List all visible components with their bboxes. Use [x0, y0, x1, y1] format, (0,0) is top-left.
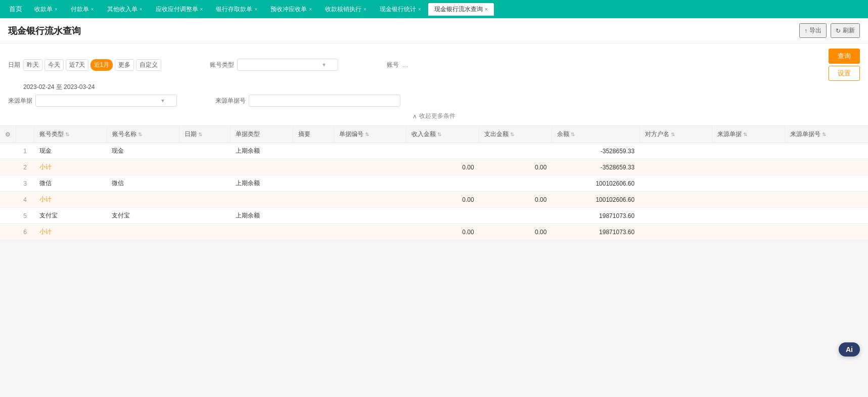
- page-header: 现金银行流水查询 ↑ 导出 ↻ 刷新: [0, 18, 868, 43]
- account-type-select[interactable]: ▾: [237, 59, 338, 71]
- row-counterparty: [639, 208, 712, 224]
- refresh-button[interactable]: ↻ 刷新: [831, 23, 860, 38]
- account-dots[interactable]: ...: [402, 61, 408, 69]
- nav-tab-收款单[interactable]: 收款单×: [28, 3, 64, 16]
- table-row: 1 现金 现金 上期余额 -3528659.33: [0, 143, 868, 159]
- tab-close-icon[interactable]: ×: [309, 7, 312, 12]
- col-balance: 余额⇅: [552, 126, 639, 143]
- row-account-name: 现金: [107, 143, 179, 159]
- row-gear[interactable]: [0, 192, 16, 208]
- date-shortcut-近1月[interactable]: 近1月: [90, 59, 113, 71]
- nav-tab-银行存取款单[interactable]: 银行存取款单×: [210, 3, 263, 16]
- nav-tab-收款核销执行[interactable]: 收款核销执行×: [319, 3, 373, 16]
- row-account-type: 小计: [34, 224, 107, 240]
- nav-tab-预收冲应收单[interactable]: 预收冲应收单×: [264, 3, 318, 16]
- chevron-down-icon-2: ▾: [161, 97, 164, 104]
- source-doc-select[interactable]: ▾: [35, 95, 177, 107]
- chevron-down-icon: ▾: [323, 61, 326, 68]
- account-type-cell: 微信: [39, 180, 52, 187]
- row-gear[interactable]: [0, 175, 16, 192]
- row-source-doc-no: [785, 224, 868, 240]
- date-shortcut-自定义[interactable]: 自定义: [136, 59, 161, 71]
- table-row: 2 小计 0.00 0.00 -3528659.33: [0, 159, 868, 175]
- row-counterparty: [639, 159, 712, 175]
- nav-home[interactable]: 首页: [4, 3, 27, 16]
- row-income: [406, 143, 479, 159]
- collapse-bar: ∧ 收起更多条件: [8, 112, 860, 120]
- row-income: [406, 175, 479, 192]
- date-range-display: 2023-02-24 至 2023-03-24: [8, 83, 860, 92]
- tab-close-icon[interactable]: ×: [485, 7, 488, 12]
- nav-tab-label: 现金银行统计: [380, 5, 416, 14]
- table-settings-col[interactable]: ⚙: [0, 126, 16, 143]
- row-expense: 0.00: [479, 159, 552, 175]
- row-expense: [479, 208, 552, 224]
- filter-row-1: 日期 昨天今天近7天近1月更多自定义 账号类型 ▾ 账号 ... 查询 设置: [8, 49, 860, 81]
- row-source-doc-no: [785, 192, 868, 208]
- nav-tabs: 收款单×付款单×其他收入单×应收应付调整单×银行存取款单×预收冲应收单×收款核销…: [28, 3, 494, 16]
- chevron-up-icon: ∧: [413, 113, 417, 120]
- row-gear[interactable]: [0, 224, 16, 240]
- date-shortcut-更多[interactable]: 更多: [115, 59, 134, 71]
- row-source-doc-no: [785, 159, 868, 175]
- col-source-doc-no: 来源单据号⇅: [785, 126, 868, 143]
- row-summary: [293, 175, 334, 192]
- row-account-type: 支付宝: [34, 208, 107, 224]
- query-button[interactable]: 查询: [829, 49, 860, 64]
- row-account-type: 微信: [34, 175, 107, 192]
- nav-tab-现金银行统计[interactable]: 现金银行统计×: [374, 3, 427, 16]
- row-doc-no: [334, 208, 406, 224]
- col-account-name: 账号名称⇅: [107, 126, 179, 143]
- row-date: [179, 159, 231, 175]
- date-shortcut-昨天[interactable]: 昨天: [23, 59, 42, 71]
- export-button[interactable]: ↑ 导出: [799, 23, 827, 38]
- row-account-type: 小计: [34, 192, 107, 208]
- row-source-doc: [712, 159, 785, 175]
- col-doc-no: 单据编号⇅: [334, 126, 406, 143]
- row-source-doc-no: [785, 175, 868, 192]
- row-date: [179, 192, 231, 208]
- source-doc-filter: 来源单据 ▾: [8, 95, 177, 107]
- nav-tab-其他收入单[interactable]: 其他收入单×: [101, 3, 149, 16]
- header-actions: ↑ 导出 ↻ 刷新: [799, 23, 860, 38]
- row-account-name: 支付宝: [107, 208, 179, 224]
- row-source-doc-no: [785, 208, 868, 224]
- row-account-type: 现金: [34, 143, 107, 159]
- row-gear[interactable]: [0, 159, 16, 175]
- row-gear[interactable]: [0, 143, 16, 159]
- table-container: ⚙ 账号类型⇅ 账号名称⇅ 日期⇅ 单据类型 摘要 单据编号⇅ 收入金额⇅ 支出…: [0, 126, 868, 240]
- nav-tab-label: 应收应付调整单: [156, 5, 198, 14]
- tab-close-icon[interactable]: ×: [254, 7, 257, 12]
- row-doc-type: [231, 159, 293, 175]
- account-type-filter: 账号类型 ▾: [210, 59, 338, 71]
- date-shortcut-近7天[interactable]: 近7天: [66, 59, 88, 71]
- row-summary: [293, 192, 334, 208]
- row-source-doc: [712, 208, 785, 224]
- account-filter: 账号 ...: [387, 61, 408, 69]
- tab-close-icon[interactable]: ×: [363, 7, 367, 12]
- date-filter: 日期 昨天今天近7天近1月更多自定义: [8, 59, 161, 71]
- nav-tab-应收应付调整单[interactable]: 应收应付调整单×: [150, 3, 209, 16]
- tab-close-icon[interactable]: ×: [200, 7, 203, 12]
- nav-tab-付款单[interactable]: 付款单×: [65, 3, 100, 16]
- date-shortcut-今天[interactable]: 今天: [44, 59, 64, 71]
- table-row: 4 小计 0.00 0.00 100102606.60: [0, 192, 868, 208]
- tab-close-icon[interactable]: ×: [55, 7, 58, 12]
- date-shortcuts: 昨天今天近7天近1月更多自定义: [23, 59, 161, 71]
- subtotal-label: 小计: [39, 163, 52, 170]
- settings-button[interactable]: 设置: [829, 66, 860, 81]
- row-gear[interactable]: [0, 208, 16, 224]
- row-income: 0.00: [406, 224, 479, 240]
- row-summary: [293, 143, 334, 159]
- nav-tab-现金银行流水查询[interactable]: 现金银行流水查询×: [428, 3, 494, 16]
- collapse-button[interactable]: ∧ 收起更多条件: [413, 112, 455, 120]
- nav-tab-label: 收款单: [34, 5, 53, 14]
- action-buttons: 查询 设置: [829, 49, 860, 81]
- tab-close-icon[interactable]: ×: [91, 7, 94, 12]
- nav-tab-label: 其他收入单: [107, 5, 138, 14]
- tab-close-icon[interactable]: ×: [140, 7, 143, 12]
- table-header: ⚙ 账号类型⇅ 账号名称⇅ 日期⇅ 单据类型 摘要 单据编号⇅ 收入金额⇅ 支出…: [0, 126, 868, 143]
- source-doc-no-input[interactable]: [249, 95, 400, 107]
- tab-close-icon[interactable]: ×: [418, 7, 421, 12]
- row-num: 3: [16, 175, 34, 192]
